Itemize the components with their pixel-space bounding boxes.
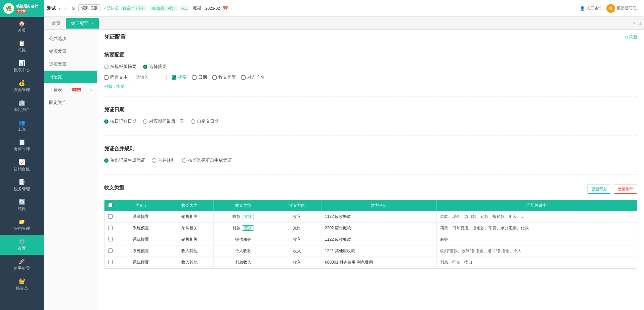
select-all-checkbox[interactable] bbox=[108, 203, 113, 207]
sidebar-icon-13: 👑 bbox=[18, 278, 25, 284]
sidebar-label-10: 归档管理 bbox=[14, 226, 30, 232]
merge-radio-group: 单条记录生成凭证 合并规则 按照选择汇总生成凭证 bbox=[104, 157, 637, 163]
row-account: 1221 其他应收款 bbox=[321, 245, 437, 257]
sidebar-item-首页[interactable]: 🏠 首页 bbox=[0, 17, 44, 37]
batch-delete-button[interactable]: 批量删除 bbox=[614, 185, 637, 194]
tab-voucher-config[interactable]: 凭证配置 × bbox=[66, 18, 99, 29]
left-nav-item-工资表[interactable]: 工资表NEW› bbox=[44, 83, 97, 96]
left-nav-item-固定资产[interactable]: 固定资产 bbox=[44, 96, 97, 109]
left-nav-item-日记账[interactable]: 日记账 bbox=[44, 71, 97, 83]
settings-gear-icon[interactable]: ⚙ bbox=[71, 6, 76, 11]
sidebar-item-进销台账[interactable]: 📈 进销台账 bbox=[0, 156, 44, 176]
row-checkbox[interactable] bbox=[108, 237, 113, 241]
fixed-text-input[interactable] bbox=[133, 74, 167, 81]
sidebar-icon-6: 🧾 bbox=[18, 139, 25, 146]
left-nav-item-公共选项[interactable]: 公共选项 bbox=[44, 32, 97, 45]
sidebar-item-归档管理[interactable]: 📁 归档管理 bbox=[0, 215, 44, 235]
row-category: 系统预置 bbox=[117, 211, 165, 223]
row-keywords: 欠款、现金、项目款、到款、报销款、汇入、… bbox=[436, 211, 637, 223]
radio-single-record[interactable]: 单条记录生成凭证 bbox=[104, 157, 145, 163]
sidebar-item-新手引导[interactable]: 🚀 新手引导 bbox=[0, 255, 44, 275]
sidebar-item-畅会员[interactable]: 👑 畅会员 bbox=[0, 275, 44, 295]
sidebar-item-税务管理[interactable]: 📑 税务管理 bbox=[0, 176, 44, 195]
radio-select-summary[interactable]: 选择摘要 bbox=[143, 64, 167, 70]
sidebar-icon-0: 🏠 bbox=[18, 20, 25, 27]
sidebar-label-2: 报表中心 bbox=[14, 67, 30, 73]
col-category[interactable]: 类别 ↓ bbox=[117, 200, 165, 211]
update-button[interactable]: 更新税款 bbox=[588, 185, 611, 194]
tab-bar: 首页 凭证配置 × × □ bbox=[44, 17, 644, 30]
cb-type[interactable]: 收支类型 bbox=[212, 74, 236, 80]
radio-merge-rule[interactable]: 合并规则 bbox=[152, 157, 175, 163]
switch-version-button[interactable]: 切到旧版 bbox=[78, 4, 100, 12]
radio-journal-date[interactable]: 按日记账日期 bbox=[104, 118, 136, 124]
user-menu[interactable]: 旺 畅捷通旺旺… bbox=[606, 4, 641, 13]
sidebar-item-固定资产[interactable]: 🏢 固定资产 bbox=[0, 96, 44, 116]
row-main-type: 销售相关 bbox=[165, 211, 213, 223]
table-actions: 更新税款 批量删除 bbox=[588, 185, 637, 194]
sidebar-label-7: 进销台账 bbox=[14, 166, 30, 172]
cb-counterpart[interactable]: 对方户名 bbox=[241, 74, 265, 80]
refresh-icon: ↺ bbox=[625, 35, 628, 40]
row-main-type: 采购相关 bbox=[165, 223, 213, 234]
income-expense-title: 收支类型 bbox=[104, 185, 124, 191]
row-category: 系统预置 bbox=[117, 234, 165, 245]
sidebar-item-资金管理[interactable]: 💰 资金管理 bbox=[0, 76, 44, 96]
row-checkbox-cell bbox=[104, 223, 117, 234]
consult-button[interactable]: 👤 人工咨询 bbox=[580, 5, 602, 11]
row-direction: 收入 bbox=[273, 245, 321, 257]
row-checkbox-cell bbox=[104, 257, 117, 268]
app-logo: 🌿 畅捷通好会计 专业版 bbox=[0, 0, 44, 17]
sidebar-label-11: 设置 bbox=[18, 246, 26, 251]
calendar-icon[interactable]: 📅 bbox=[223, 6, 228, 11]
radio-select-summary-voucher[interactable]: 按照选择汇总生成凭证 bbox=[182, 157, 232, 163]
sidebar-item-发票管理[interactable]: 🧾 发票管理 bbox=[0, 136, 44, 156]
cb-summary[interactable]: 摘要 bbox=[172, 74, 187, 80]
cb-date[interactable]: 日期 bbox=[192, 74, 207, 80]
sidebar-item-设置[interactable]: ⚙️ 设置 bbox=[0, 235, 44, 255]
sidebar-label-12: 新手引导 bbox=[14, 266, 30, 271]
col-account: 对方科目 bbox=[321, 200, 437, 211]
sidebar-label-6: 发票管理 bbox=[14, 147, 30, 152]
row-checkbox[interactable] bbox=[108, 248, 113, 253]
summary-checkbox-group: 固定文本 摘要 日期 收支类型 bbox=[104, 74, 637, 81]
window-maximize-icon[interactable]: □ bbox=[638, 21, 641, 26]
tab-home[interactable]: 首页 bbox=[47, 18, 65, 29]
col-checkbox bbox=[104, 200, 117, 211]
col-keywords: 匹配关键字 bbox=[436, 200, 637, 211]
window-close-icon[interactable]: × bbox=[633, 21, 636, 26]
add-company-icon[interactable]: ＋ bbox=[63, 5, 69, 12]
row-category: 系统预置 bbox=[117, 257, 165, 268]
sidebar-nav: 🏠 首页 📋 总账 📊 报表中心 💰 资金管理 🏢 固定资产 👥 工资 🧾 发票… bbox=[0, 17, 44, 295]
company-dropdown-icon[interactable]: ▾ bbox=[58, 6, 60, 11]
refresh-button[interactable]: ↺ 刷新 bbox=[625, 34, 637, 40]
row-checkbox[interactable] bbox=[108, 260, 113, 264]
row-sub-type: 收款 置顶 bbox=[214, 211, 273, 223]
left-nav-item-销项发票[interactable]: 销项发票 bbox=[44, 45, 97, 58]
voucher-date-section: 凭证日期 按日记账日期 对应期间最后一天 自定义日期 bbox=[104, 107, 637, 135]
sidebar-label-0: 首页 bbox=[18, 28, 26, 33]
reset-tag[interactable]: 置顶 bbox=[242, 225, 254, 231]
radio-custom-date[interactable]: 自定义日期 bbox=[191, 118, 219, 124]
sidebar-item-总账[interactable]: 📋 总账 bbox=[0, 37, 44, 56]
radio-template-summary[interactable]: 按模板版摘要 bbox=[104, 64, 136, 70]
period-value: 2023-02 bbox=[205, 6, 220, 11]
reset-tag[interactable]: 置顶 bbox=[242, 214, 254, 219]
tab-close-icon[interactable]: × bbox=[92, 22, 94, 26]
sidebar-item-工资[interactable]: 👥 工资 bbox=[0, 116, 44, 136]
sidebar-label-5: 工资 bbox=[18, 127, 26, 132]
page-title: 凭证配置 bbox=[104, 34, 126, 41]
sidebar-item-结账[interactable]: 🔄 结账 bbox=[0, 195, 44, 215]
radio-last-day[interactable]: 对应期间最后一天 bbox=[143, 118, 184, 124]
tag-more: +… bbox=[180, 6, 189, 11]
settings-content: 摘要配置 按模板版摘要 选择摘要 bbox=[97, 45, 644, 275]
left-navigation: 公共选项销项发票进项发票日记账工资表NEW›固定资产 bbox=[44, 30, 97, 310]
sidebar-item-报表中心[interactable]: 📊 报表中心 bbox=[0, 56, 44, 76]
left-nav-item-进项发票[interactable]: 进项发票 bbox=[44, 58, 97, 71]
row-checkbox[interactable] bbox=[108, 214, 113, 219]
row-account: 1122 应收账款 bbox=[321, 234, 437, 245]
voucher-date-title: 凭证日期 bbox=[104, 107, 637, 113]
row-keywords: 利息、行转、摘自 bbox=[436, 257, 637, 268]
row-checkbox[interactable] bbox=[108, 226, 113, 230]
cb-fixed-text[interactable]: 固定文本 bbox=[104, 74, 128, 80]
